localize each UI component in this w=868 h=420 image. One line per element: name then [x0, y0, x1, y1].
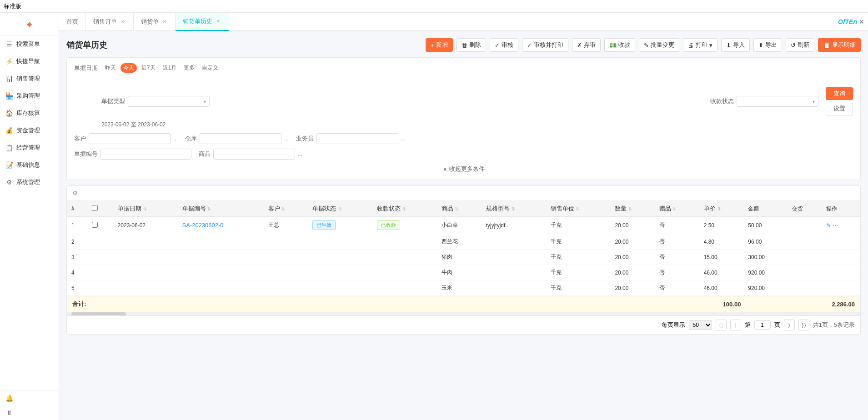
sidebar-item-quick-nav[interactable]: ⚡ 快捷导航 — [0, 53, 59, 70]
btn-print[interactable]: 🖨 打印 ▾ — [683, 38, 717, 52]
date-shortcut-today[interactable]: 今天 — [120, 63, 137, 73]
customer-dots[interactable]: ... — [173, 135, 178, 142]
tab-sales-order[interactable]: 销售订单 ✕ — [86, 13, 134, 31]
btn-refresh[interactable]: ↺ 刷新 — [786, 38, 814, 52]
page-prev-btn[interactable]: ⟨ — [730, 320, 741, 330]
tab-sales-goods[interactable]: 销货单 ✕ — [134, 13, 176, 31]
action-btn[interactable]: ⋯ — [833, 222, 838, 229]
sidebar-bottom-item1[interactable]: 🔔 — [0, 391, 59, 405]
btn-audit[interactable]: ✓ 审核 — [490, 38, 518, 52]
row-checkbox[interactable] — [92, 222, 98, 228]
cell-trade — [788, 234, 822, 250]
btn-audit-print[interactable]: ✓ 审核并打印 — [522, 38, 568, 52]
warehouse-dots[interactable]: ... — [284, 135, 289, 142]
goods-input[interactable] — [213, 149, 295, 160]
btn-export[interactable]: ⬆ 导出 — [753, 38, 782, 52]
page-label2: 页 — [774, 321, 780, 329]
doctype-select[interactable] — [128, 96, 210, 107]
date-shortcut-1month[interactable]: 近1月 — [160, 63, 180, 73]
btn-delete[interactable]: 🗑 删除 — [457, 38, 486, 52]
col-price[interactable]: 单价 ⇅ — [699, 201, 744, 217]
sidebar-item-search-menu[interactable]: ☰ 搜索菜单 — [0, 35, 59, 53]
receive-icon: 💵 — [609, 42, 617, 49]
page-input[interactable] — [754, 320, 771, 330]
col-unit[interactable]: 销售单位 ⇅ — [546, 201, 611, 217]
table-row: 1 2023-06-02 SA-20230602-0 王总 已生效 已收款 小白… — [67, 217, 860, 234]
col-goods[interactable]: 商品 ⇅ — [437, 201, 482, 217]
page-next-btn[interactable]: ⟩ — [784, 320, 795, 330]
col-gift[interactable]: 赠品 ⇅ — [655, 201, 699, 217]
btn-set[interactable]: 设置 — [826, 102, 853, 115]
col-doc-date[interactable]: 单据日期 ⇅ — [113, 201, 178, 217]
col-checkbox — [87, 201, 113, 217]
total-values: 100.00 2,286.00 — [723, 301, 855, 308]
col-doc-status[interactable]: 单据状态 ⇅ — [308, 201, 372, 217]
tab-sales-history[interactable]: 销货单历史 ✕ — [176, 13, 229, 31]
tab-sales-history-close[interactable]: ✕ — [215, 18, 221, 25]
table-header-row: # 单据日期 ⇅ 单据编号 ⇅ 客户 — [67, 201, 860, 217]
sidebar-item-ops-mgmt[interactable]: 📋 经营管理 — [0, 139, 59, 156]
page-size-select[interactable]: 50 100 — [689, 320, 712, 330]
col-amount: 金额 — [743, 201, 788, 217]
btn-show-detail[interactable]: 📋 显示明细 — [818, 38, 861, 52]
sidebar-bottom-item2[interactable]: ⏸ — [0, 405, 59, 420]
top-bar-title: 标准版 — [4, 2, 21, 10]
col-spec[interactable]: 规格型号 ⇅ — [482, 201, 546, 217]
col-doc-no[interactable]: 单据编号 ⇅ — [178, 201, 264, 217]
cell-goods: 西兰花 — [437, 234, 482, 250]
sidebar-item-basic-info[interactable]: 📝 基础信息 — [0, 156, 59, 174]
cell-customer — [264, 280, 308, 296]
add-icon: + — [431, 42, 434, 49]
collapse-btn[interactable]: ∧ 收起更多条件 — [439, 164, 488, 174]
sidebar-item-purchase-mgmt[interactable]: 🏪 采购管理 — [0, 87, 59, 105]
global-close-btn[interactable]: ✕ — [859, 18, 864, 25]
date-shortcut-yesterday[interactable]: 昨天 — [102, 63, 119, 73]
warehouse-input[interactable] — [200, 133, 281, 144]
btn-query[interactable]: 查询 — [826, 87, 853, 100]
col-qty[interactable]: 数量 ⇅ — [610, 201, 655, 217]
btn-batch-change[interactable]: ✎ 批量变更 — [639, 38, 679, 52]
sidebar-item-sys-mgmt[interactable]: ⚙ 系统管理 — [0, 174, 59, 191]
tab-sales-goods-label: 销货单 — [141, 18, 159, 26]
sidebar-item-finance-mgmt[interactable]: 💰 资金管理 — [0, 122, 59, 139]
filter-docno: 单据编号 — [74, 149, 191, 160]
filter-doctype: 单据类型 — [101, 96, 210, 107]
goods-dots[interactable]: ... — [298, 151, 302, 157]
docno-input[interactable] — [100, 149, 191, 160]
btn-receive[interactable]: 💵 收款 — [604, 38, 635, 52]
tab-sales-order-close[interactable]: ✕ — [120, 19, 126, 25]
tab-sales-goods-close[interactable]: ✕ — [161, 19, 168, 25]
col-customer[interactable]: 客户 ⇅ — [264, 201, 308, 217]
table-settings-icon[interactable]: ⚙ — [72, 190, 78, 197]
cell-action: ✎⋯ — [822, 217, 860, 234]
bizperson-dots[interactable]: ... — [401, 135, 406, 142]
filter-area: 单据日期 昨天 今天 近7天 近1月 更多 自定义 单据类型 — [66, 57, 861, 180]
doc-no-link[interactable]: SA-20230602-0 — [182, 222, 224, 229]
date-shortcut-7days[interactable]: 近7天 — [139, 63, 158, 73]
cell-amount: 300.00 — [743, 250, 788, 265]
paystatus-select[interactable] — [737, 96, 818, 107]
btn-new[interactable]: + 新增 — [426, 38, 453, 52]
date-shortcut-more[interactable]: 更多 — [181, 63, 197, 73]
select-all-checkbox[interactable] — [92, 205, 98, 211]
cell-customer: 王总 — [264, 217, 308, 234]
sidebar-item-inventory[interactable]: 🏠 库存核算 — [0, 105, 59, 122]
horizontal-scrollbar[interactable] — [67, 312, 860, 315]
btn-discard[interactable]: ✗ 弃审 — [572, 38, 601, 52]
cell-seq: 1 — [67, 217, 87, 234]
tab-home[interactable]: 首页 — [59, 13, 86, 31]
page-last-btn[interactable]: ⟩⟩ — [798, 320, 809, 330]
cell-unit: 千克 — [546, 280, 611, 296]
sidebar-item-sales-mgmt[interactable]: 📊 销售管理 — [0, 70, 59, 87]
sort-doc-no-icon: ⇅ — [207, 206, 211, 211]
customer-input[interactable] — [89, 133, 171, 144]
page-first-btn[interactable]: ⟨⟨ — [716, 320, 727, 330]
cell-customer — [264, 234, 308, 250]
page-title: 销货单历史 — [66, 40, 107, 50]
date-shortcut-custom[interactable]: 自定义 — [199, 63, 221, 73]
col-pay-status[interactable]: 收款状态 ⇅ — [372, 201, 437, 217]
bizperson-input[interactable] — [316, 133, 398, 144]
btn-import[interactable]: ⬇ 导入 — [721, 38, 750, 52]
action-btn[interactable]: ✎ — [826, 222, 831, 229]
search-menu-icon: ☰ — [5, 40, 13, 48]
